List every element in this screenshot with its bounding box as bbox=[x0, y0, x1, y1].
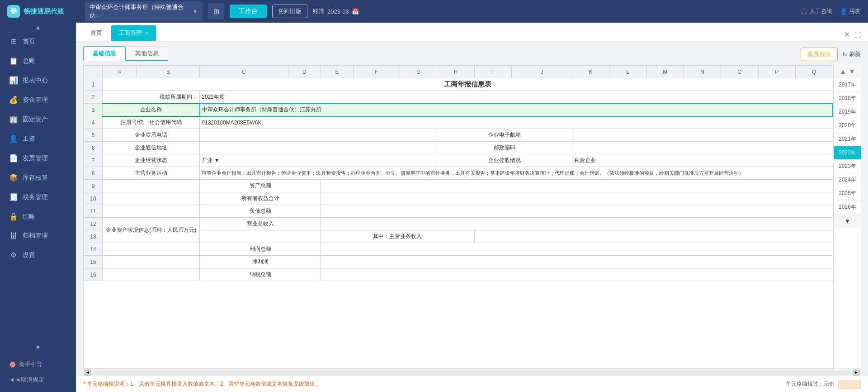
value-total-profit[interactable] bbox=[321, 243, 833, 256]
period-area: 账期 2023-03 📅 bbox=[313, 7, 359, 15]
logo-area: 畅 畅捷通易代账 bbox=[7, 5, 80, 18]
table-row: 1 工商年报信息表 bbox=[84, 78, 833, 91]
year-item-2025[interactable]: 2025年 bbox=[834, 187, 861, 201]
row-num-8: 8 bbox=[84, 167, 103, 180]
value-postcode[interactable] bbox=[572, 142, 833, 154]
year-item-2017[interactable]: 2017年 bbox=[834, 78, 861, 92]
value-holding[interactable]: 私营企业 bbox=[572, 154, 833, 167]
sidebar-item-settings[interactable]: ⚙ 设置 bbox=[0, 245, 76, 265]
calendar-icon[interactable]: 📅 bbox=[352, 8, 359, 15]
h-scroll-right-button[interactable]: ► bbox=[853, 369, 860, 376]
unfix-sidebar-button[interactable]: ◄◄取消固定 bbox=[0, 372, 76, 387]
label-liabilities: 负债总额 bbox=[200, 205, 321, 218]
sub-tab-basic-label: 基础信息 bbox=[93, 50, 116, 57]
table-row: 3 企业名称 中审众环会计师事务所（特殊普通合伙）江苏分所 bbox=[84, 104, 833, 116]
tab-home[interactable]: 首页 bbox=[83, 25, 109, 41]
service-button[interactable]: 🎧 人工咨询 bbox=[800, 7, 833, 15]
h-scroll-track[interactable] bbox=[93, 370, 851, 375]
col-header-i: I bbox=[474, 66, 511, 78]
value-total-tax[interactable] bbox=[321, 268, 833, 281]
h-scrollbar[interactable]: ◄ ► bbox=[83, 368, 861, 376]
invoice-icon: 📄 bbox=[9, 154, 18, 163]
close-window-icon[interactable]: ✕ bbox=[844, 30, 850, 39]
sidebar-item-salary[interactable]: 👤 工资 bbox=[0, 129, 76, 148]
year-expand-icon[interactable]: ▼ bbox=[849, 67, 856, 76]
value-main-revenue[interactable] bbox=[474, 230, 833, 243]
value-company-name[interactable]: 中审众环会计师事务所（特殊普通合伙）江苏分所 bbox=[200, 104, 833, 116]
year-item-2023[interactable]: 2023年 bbox=[834, 160, 861, 173]
value-total-assets[interactable] bbox=[321, 180, 833, 192]
value-phone[interactable] bbox=[200, 129, 437, 142]
label-equity-group bbox=[103, 192, 200, 205]
sidebar-item-assets[interactable]: 🏢 固定资产 bbox=[0, 110, 76, 129]
sidebar-item-home[interactable]: ⊞ 首页 bbox=[0, 32, 76, 51]
sidebar-item-ledger[interactable]: 📋 总账 bbox=[0, 51, 76, 71]
col-header-e: E bbox=[321, 66, 353, 78]
table-row: 16 纳税总额 bbox=[84, 268, 833, 281]
sidebar-item-finance[interactable]: 💰 资金管理 bbox=[0, 90, 76, 110]
value-biz-status[interactable]: 开业 ▼ bbox=[200, 154, 437, 167]
value-total-revenue[interactable] bbox=[321, 218, 833, 230]
year-item-2022[interactable]: 2022年 bbox=[834, 146, 861, 160]
sidebar-item-inventory[interactable]: 📦 库存核算 bbox=[0, 168, 76, 187]
year-item-2024[interactable]: 2024年 bbox=[834, 173, 861, 187]
tab-bizadmin[interactable]: 工商管理 ✕ bbox=[111, 25, 156, 41]
sidebar-item-invoice[interactable]: 📄 发票管理 bbox=[0, 148, 76, 168]
sub-tab-other-label: 其他信息 bbox=[135, 50, 159, 57]
headset-icon: 🎧 bbox=[800, 8, 807, 15]
value-equity[interactable] bbox=[321, 192, 833, 205]
year-sidebar: ▲ ▼ 2017年 2018年 2019年 2020年 2021年 2022年 … bbox=[834, 65, 861, 368]
value-period[interactable]: 2022年度 bbox=[200, 91, 833, 104]
value-email[interactable] bbox=[572, 129, 833, 142]
sub-tab-basic[interactable]: 基础信息 bbox=[83, 46, 126, 61]
row-num-3: 3 bbox=[84, 104, 103, 116]
topbar: 畅 畅捷通易代账 中审众环会计师事务所（特殊普通合伙... ▼ ⊞ 工作台 切到… bbox=[0, 0, 868, 23]
year-item-2019[interactable]: 2019年 bbox=[834, 105, 861, 119]
company-settings-icon[interactable]: ⊞ bbox=[208, 3, 224, 19]
label-main-revenue: 其中：主营业务收入 bbox=[321, 230, 474, 243]
col-header-a: A bbox=[103, 66, 137, 78]
sidebar-item-tax[interactable]: 🧾 税务管理 bbox=[0, 187, 76, 207]
title-cell[interactable]: 工商年报信息表 bbox=[103, 78, 833, 91]
year-item-2026[interactable]: 2026年 bbox=[834, 201, 861, 214]
sidebar-scroll-up[interactable]: ▲ bbox=[0, 23, 76, 32]
sub-tab-other[interactable]: 其他信息 bbox=[126, 46, 168, 60]
example-cell bbox=[838, 380, 861, 389]
value-address[interactable] bbox=[200, 142, 437, 154]
h-scroll-left-button[interactable]: ◄ bbox=[84, 369, 91, 376]
row-num-5: 5 bbox=[84, 129, 103, 142]
table-row: 2 税款所属期间： 2022年度 bbox=[84, 91, 833, 104]
value-net-profit[interactable] bbox=[321, 256, 833, 268]
row-num-1: 1 bbox=[84, 78, 103, 91]
value-main-biz[interactable]: 审查企业会计报表；出具审计报告；验证企业资本；出具验资报告；办理企业合并、分立、… bbox=[200, 167, 833, 180]
label-postcode: 邮政编码 bbox=[437, 142, 572, 154]
year-scroll-down[interactable]: ▼ bbox=[834, 214, 861, 228]
sidebar-label-reports: 报表中心 bbox=[23, 76, 48, 85]
fullscreen-icon[interactable]: ⛶ bbox=[854, 31, 861, 38]
sidebar-item-reports[interactable]: 📊 报表中心 bbox=[0, 71, 76, 90]
year-item-2021[interactable]: 2021年 bbox=[834, 133, 861, 146]
sidebar-item-closing[interactable]: 🔒 结账 bbox=[0, 207, 76, 226]
year-item-2018[interactable]: 2018年 bbox=[834, 92, 861, 105]
spreadsheet-container[interactable]: A B C D E F G H I J K L bbox=[83, 65, 834, 368]
label-company-name: 企业名称 bbox=[103, 104, 200, 116]
company-selector[interactable]: 中审众环会计师事务所（特殊普通合伙... ▼ bbox=[85, 1, 203, 21]
tab-close-icon[interactable]: ✕ bbox=[145, 30, 149, 36]
value-reg-code[interactable]: 91320100MA208E5W6K bbox=[200, 116, 833, 129]
old-version-button[interactable]: 切到旧版 bbox=[272, 5, 307, 18]
year-up-icon[interactable]: ▲ bbox=[840, 67, 847, 76]
sidebar-item-archive[interactable]: 🗄 归档管理 bbox=[0, 226, 76, 245]
refresh-button[interactable]: ↻ 刷新 bbox=[842, 50, 861, 58]
sidebar-scroll-down[interactable]: ▼ bbox=[0, 343, 76, 352]
value-liabilities[interactable] bbox=[321, 205, 833, 218]
reset-report-button[interactable]: 重置报表 bbox=[801, 48, 838, 61]
workbench-button[interactable]: 工作台 bbox=[230, 5, 267, 18]
label-reg-code: 注册号/统一社会信用代码 bbox=[103, 116, 200, 129]
year-item-2020[interactable]: 2020年 bbox=[834, 119, 861, 133]
row-num-16: 16 bbox=[84, 268, 103, 281]
content-area: 首页 工商管理 ✕ ✕ ⛶ 基础信息 其他信息 bbox=[76, 23, 868, 392]
user-menu[interactable]: 👤 用友 bbox=[840, 7, 861, 15]
sidebar-nav: ⊞ 首页 📋 总账 📊 报表中心 💰 资金管理 🏢 固定资产 👤 工资 bbox=[0, 32, 76, 343]
new-user-guide[interactable]: 🎯 新手引导 bbox=[0, 357, 76, 372]
col-header-l: L bbox=[609, 66, 646, 78]
